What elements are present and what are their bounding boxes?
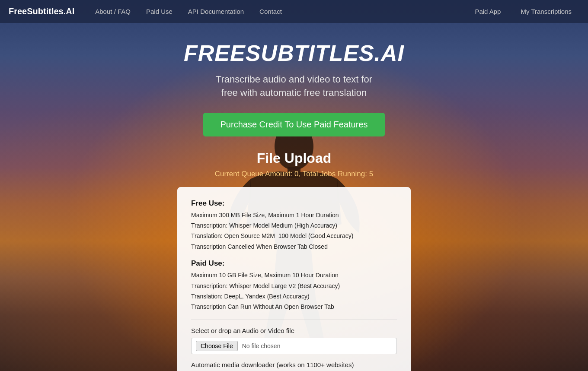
paid-use-detail-3: Transcription Can Run Without An Open Br…	[191, 302, 397, 311]
free-use-detail-3: Transcription Cancelled When Browser Tab…	[191, 242, 397, 251]
file-chosen-text: No file chosen	[242, 342, 281, 349]
paid-use-detail-1: Transcription: Whisper Model Large V2 (B…	[191, 281, 397, 291]
choose-file-button[interactable]: Choose File	[196, 341, 238, 351]
free-use-block: Free Use: Maximum 300 MB File Size, Maxi…	[191, 199, 397, 252]
card-divider	[191, 320, 397, 320]
site-subtitle: Transcribe audio and video to text for f…	[216, 73, 372, 100]
nav-contact[interactable]: Contact	[252, 0, 290, 23]
navbar: FreeSubtitles.AI About / FAQ Paid Use AP…	[0, 0, 588, 23]
nav-brand[interactable]: FreeSubtitles.AI	[9, 6, 74, 16]
downloader-label: Automatic media downloader (works on 110…	[191, 361, 397, 368]
upload-card: Free Use: Maximum 300 MB File Size, Maxi…	[177, 187, 411, 371]
free-use-title: Free Use:	[191, 199, 397, 208]
paid-use-block: Paid Use: Maximum 10 GB File Size, Maxim…	[191, 259, 397, 312]
nav-paid-app[interactable]: Paid App	[467, 0, 508, 23]
file-input-wrapper[interactable]: Choose File No file chosen	[191, 338, 397, 354]
nav-links: About / FAQ Paid Use API Documentation C…	[87, 0, 467, 23]
file-upload-title: File Upload	[257, 150, 331, 166]
paid-use-title: Paid Use:	[191, 259, 397, 268]
free-use-detail-1: Transcription: Whisper Model Medium (Hig…	[191, 221, 397, 230]
nav-api-docs[interactable]: API Documentation	[180, 0, 252, 23]
nav-my-transcriptions[interactable]: My Transcriptions	[513, 0, 579, 23]
nav-about-faq[interactable]: About / FAQ	[87, 0, 138, 23]
paid-use-detail-2: Translation: DeepL, Yandex (Best Accurac…	[191, 292, 397, 301]
purchase-credit-button[interactable]: Purchase Credit To Use Paid Features	[203, 113, 385, 136]
site-title: FREESUBTITLES.AI	[184, 40, 404, 66]
queue-info: Current Queue Amount: 0, Total Jobs Runn…	[215, 170, 373, 178]
main-content: FREESUBTITLES.AI Transcribe audio and vi…	[0, 23, 588, 371]
paid-use-detail-0: Maximum 10 GB File Size, Maximum 10 Hour…	[191, 270, 397, 280]
nav-paid-use[interactable]: Paid Use	[138, 0, 180, 23]
select-label: Select or drop an Audio or Video file	[191, 327, 397, 334]
free-use-detail-2: Translation: Open Source M2M_100 Model (…	[191, 231, 397, 241]
free-use-detail-0: Maximum 300 MB File Size, Maximum 1 Hour…	[191, 210, 397, 220]
nav-right: Paid App My Transcriptions	[467, 0, 579, 23]
